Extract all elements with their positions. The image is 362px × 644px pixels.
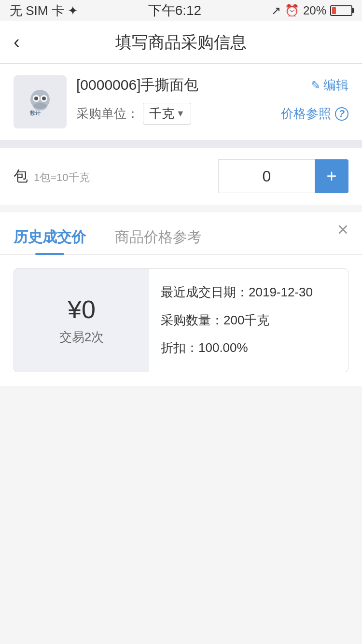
svg-point-4 [42,97,46,100]
sim-label: 无 SIM 卡 ✦ [10,2,78,19]
back-button[interactable]: ‹ [14,32,20,53]
nav-bar: ‹ 填写商品采购信息 [0,21,362,64]
tabs-header: 历史成交价 商品价格参考 × [0,212,362,255]
status-bar: 无 SIM 卡 ✦ 下午6:12 ↗ ⏰ 20% [0,0,362,21]
product-title-row: [0000006]手撕面包 ✎ 编辑 [76,75,348,95]
edit-label: 编辑 [323,77,348,94]
page-title: 填写商品采购信息 [115,31,247,54]
edit-button[interactable]: ✎ 编辑 [311,77,348,94]
section-divider [0,140,362,148]
tabs-list: 历史成交价 商品价格参考 [14,212,202,255]
tab-close-button[interactable]: × [337,219,348,248]
status-right: ↗ ⏰ 20% [271,4,352,17]
discount-label: 折扣： [161,340,198,355]
product-image-icon: 数计 [23,85,57,119]
date-label: 最近成交日期： [161,285,249,299]
product-section: 数计 [0000006]手撕面包 ✎ 编辑 采购单位： 千克 ▼ [0,64,362,140]
discount-value: 100.00% [198,340,248,355]
svg-point-3 [34,97,38,100]
history-price-value: ¥0 [68,295,96,324]
quantity-label: 包 1包=10千克 [14,167,90,186]
history-content: ¥0 交易2次 最近成交日期：2019-12-30 采购数量：200千克 折扣：… [0,255,362,386]
location-icon: ↗ [271,4,281,17]
quantity-unit: 包 [14,167,28,186]
history-trades-count: 交易2次 [59,329,104,346]
status-left: 无 SIM 卡 ✦ [10,2,78,19]
price-ref-label: 价格参照 [281,105,331,122]
qty-label: 采购数量： [161,313,223,327]
tab-history-price[interactable]: 历史成交价 [14,212,86,255]
tab-product-price-ref[interactable]: 商品价格参考 [115,212,202,255]
quantity-plus-button[interactable]: + [315,159,348,193]
product-thumbnail: 数计 [14,75,67,128]
tabs-section: 历史成交价 商品价格参考 × ¥0 交易2次 最近成交日期：2019-12-30… [0,212,362,386]
edit-icon: ✎ [311,79,320,92]
quantity-input[interactable] [218,159,315,193]
product-unit-row: 采购单位： 千克 ▼ 价格参照 ? [76,103,348,125]
history-detail-panel: 最近成交日期：2019-12-30 采购数量：200千克 折扣：100.00% [149,269,348,372]
history-qty: 采购数量：200千克 [161,310,336,331]
unit-prefix: 采购单位： [76,105,139,122]
history-discount: 折扣：100.00% [161,338,336,358]
unit-value: 千克 [149,105,174,122]
price-ref-icon: ? [335,107,348,121]
product-info: [0000006]手撕面包 ✎ 编辑 采购单位： 千克 ▼ 价格参照 ? [76,75,348,125]
history-price-panel: ¥0 交易2次 [14,269,149,372]
clock-icon: ⏰ [285,4,299,17]
battery-pct: 20% [303,4,326,17]
unit-select[interactable]: 千克 ▼ [143,103,191,125]
battery-icon [330,5,352,16]
product-row: 数计 [0000006]手撕面包 ✎ 编辑 采购单位： 千克 ▼ [14,75,348,128]
quantity-row: 包 1包=10千克 + [0,148,362,205]
svg-text:数计: 数计 [29,110,41,116]
quantity-equiv: 1包=10千克 [34,170,90,185]
unit-arrow-icon: ▼ [176,109,185,119]
price-ref-button[interactable]: 价格参照 ? [281,105,348,122]
date-value: 2019-12-30 [249,285,313,299]
qty-value: 200千克 [223,313,269,327]
svg-point-5 [33,103,47,111]
history-card: ¥0 交易2次 最近成交日期：2019-12-30 采购数量：200千克 折扣：… [14,268,348,372]
status-time: 下午6:12 [148,1,202,20]
quantity-input-wrap: + [218,159,348,193]
history-date: 最近成交日期：2019-12-30 [161,282,336,303]
product-name: [0000006]手撕面包 [76,75,198,95]
